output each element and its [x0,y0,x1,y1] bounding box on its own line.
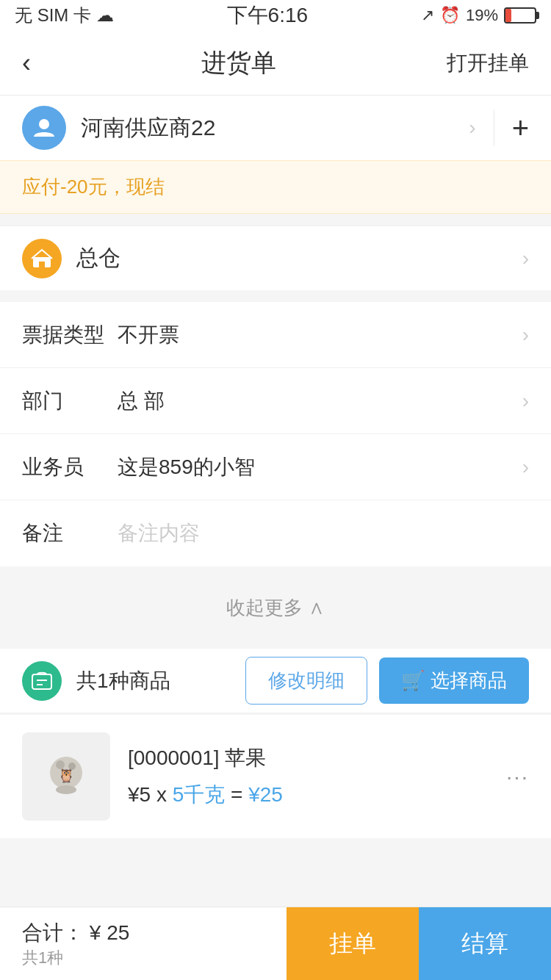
products-icon [22,661,62,701]
ticket-type-chevron-icon: › [522,323,529,347]
warehouse-chevron-icon: › [522,247,529,270]
svg-text:🦉: 🦉 [58,768,75,784]
collapse-bar[interactable]: 收起更多 ∧ [0,578,551,637]
product-thumbnail: 🦉 [22,732,110,821]
battery-icon [504,7,536,24]
add-supplier-button[interactable]: + [512,112,529,145]
status-time: 下午6:16 [227,1,309,29]
svg-point-0 [39,119,49,129]
nav-bar: ‹ 进货单 打开挂单 [0,31,551,96]
status-bar: 无 SIM 卡 ☁ 下午6:16 ↗ ⏰ 19% [0,0,551,31]
product-price: ¥5 x 5千克 = ¥25 [128,781,506,809]
svg-rect-3 [32,674,51,689]
back-button[interactable]: ‹ [22,48,31,79]
department-row[interactable]: 部门 总 部 › [0,368,551,434]
department-value: 总 部 [110,387,522,415]
supplier-name: 河南供应商22 [81,113,469,143]
supplier-avatar [22,106,66,150]
products-count: 共1种商品 [76,667,245,695]
cart-icon: 🛒 [401,669,425,692]
warehouse-icon [22,239,62,278]
page-title: 进货单 [201,46,276,80]
product-item: 🦉 [0000001] 苹果 ¥5 x 5千克 = ¥25 ··· [0,715,551,838]
quantity-value: 5千克 [173,783,226,806]
battery-percent: 19% [466,6,498,25]
total-amount: 合计： ¥ 25 [22,919,264,947]
select-product-button[interactable]: 🛒 选择商品 [379,657,529,704]
sim-label: 无 SIM 卡 ☁ [15,4,114,27]
salesperson-row[interactable]: 业务员 这是859的小智 › [0,434,551,500]
department-label: 部门 [22,387,110,415]
supplier-section: 河南供应商22 › + 应付-20元，现结 [0,96,551,214]
equals-sign: = [231,783,248,806]
remark-label: 备注 [22,519,110,547]
price-per-unit: ¥5 x [128,783,173,806]
bottom-bar: 合计： ¥ 25 共1种 挂单 结算 [0,907,551,980]
product-more-button[interactable]: ··· [506,764,529,789]
total-label: 合计： [22,921,84,944]
svg-point-7 [56,785,76,794]
supplier-chevron-icon: › [469,116,475,140]
bottom-total: 合计： ¥ 25 共1种 [0,907,287,980]
ticket-type-label: 票据类型 [22,321,110,349]
ticket-type-value: 不开票 [110,321,522,349]
department-chevron-icon: › [522,389,529,413]
product-info: [0000001] 苹果 ¥5 x 5千克 = ¥25 [128,744,506,809]
ticket-type-row[interactable]: 票据类型 不开票 › [0,302,551,368]
product-name: [0000001] 苹果 [128,744,506,772]
products-header: 共1种商品 修改明细 🛒 选择商品 [0,649,551,713]
warehouse-name: 总仓 [76,243,522,273]
remark-row[interactable]: 备注 备注内容 [0,500,551,566]
select-product-label: 选择商品 [431,668,507,693]
warehouse-section: 总仓 › [0,226,551,290]
total-sub: 共1种 [22,947,264,969]
supplier-row[interactable]: 河南供应商22 › + [0,96,551,160]
salesperson-label: 业务员 [22,453,110,481]
salesperson-value: 这是859的小智 [110,453,522,481]
status-left: 无 SIM 卡 ☁ [15,4,114,27]
location-icon: ↗ [421,6,434,25]
settle-button[interactable]: 结算 [419,907,551,980]
remark-placeholder: 备注内容 [110,519,529,547]
form-section: 票据类型 不开票 › 部门 总 部 › 业务员 这是859的小智 › 备注 备注… [0,302,551,566]
pending-button[interactable]: 挂单 [287,907,419,980]
total-value: ¥ 25 [90,921,130,944]
collapse-label: 收起更多 ∧ [226,595,324,621]
svg-rect-2 [39,262,45,267]
total-price: ¥25 [248,783,283,806]
alarm-icon: ⏰ [440,6,460,25]
supplier-divider [494,109,494,146]
status-right: ↗ ⏰ 19% [421,6,536,25]
notice-bar: 应付-20元，现结 [0,160,551,214]
warehouse-row[interactable]: 总仓 › [0,226,551,290]
edit-detail-button[interactable]: 修改明细 [245,657,367,705]
salesperson-chevron-icon: › [522,455,529,479]
open-pending-button[interactable]: 打开挂单 [447,49,529,77]
